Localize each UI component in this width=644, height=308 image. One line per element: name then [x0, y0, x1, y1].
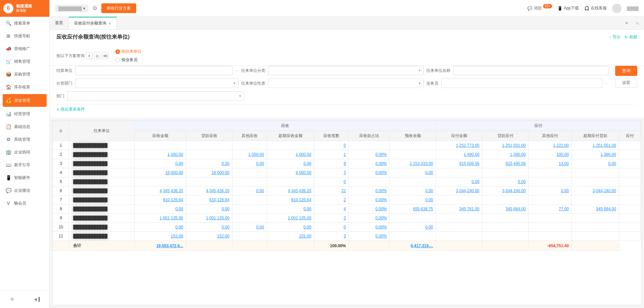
collapse-btn[interactable]: ∧ 收起更多条件	[56, 106, 85, 112]
laiwei-fenlei-select[interactable]: ▾	[268, 66, 423, 75]
row-yingshou-3[interactable]: 4,345,436.20	[267, 186, 314, 195]
sidebar-item-hardware[interactable]: 📱智能硬件	[0, 171, 49, 184]
sidebar-settings-btn[interactable]: ⚙	[6, 293, 18, 305]
row-yingshou-1[interactable]: 0.00	[186, 159, 232, 168]
row-yingshou-0[interactable]: 0.00	[135, 223, 186, 232]
row-yingshou-4[interactable]: 3	[314, 232, 349, 241]
row-yingfu-3[interactable]: 0.00	[572, 159, 619, 168]
row-yingshou-4[interactable]: 0	[314, 141, 349, 150]
row-yingshou-2[interactable]: 1,000.00	[232, 150, 267, 159]
row-yingshou-3[interactable]: 810,126.64	[267, 195, 314, 205]
jiesuan-more-btn[interactable]: ···	[235, 68, 238, 73]
scheme-by-partner[interactable]: ● 按往来单位	[113, 47, 144, 56]
row-yingfu-1[interactable]: 345,684.00	[482, 205, 529, 214]
row-yingfu-1[interactable]: 1,390.00	[482, 150, 529, 159]
messages-btn[interactable]: 💬 消息 99+	[527, 5, 552, 11]
row-yingshou-4[interactable]: 22	[314, 186, 349, 195]
row-yingshou-6[interactable]: 0.00	[390, 186, 436, 195]
query-btn[interactable]: 查询	[615, 66, 637, 76]
sidebar-item-purchase[interactable]: 📦采购管理	[0, 68, 49, 81]
row-yingshou-5[interactable]: 0.00%	[349, 205, 390, 214]
sidebar-item-inventory[interactable]: 🏠库存核算	[0, 81, 49, 93]
sidebar-item-wechat[interactable]: 💬企业微信	[0, 184, 49, 197]
sidebar-item-corp[interactable]: 🏢企业协同	[0, 146, 49, 159]
row-yingfu-0[interactable]: 0.00	[436, 177, 482, 186]
row-yingshou-5[interactable]: 0.00%	[349, 168, 390, 177]
row-yingfu-0[interactable]: 345,761.00	[436, 205, 482, 214]
row-yingshou-5[interactable]: 0.00%	[349, 150, 390, 159]
sidebar-item-search[interactable]: 🔍搜索菜单	[0, 17, 49, 30]
row-yingfu-3[interactable]: 3,044,240.00	[572, 186, 619, 195]
row-yingshou-5[interactable]: 0.00%	[349, 232, 390, 241]
sidebar-item-finance[interactable]: 💰资金管理	[3, 94, 47, 107]
export-btn[interactable]: ↑ 导出	[609, 34, 621, 40]
scheme-add-btn[interactable]: +	[86, 52, 93, 59]
row-yingfu-2[interactable]: 13.00	[529, 159, 572, 168]
sidebar-item-system[interactable]: ⚙系统管理	[0, 133, 49, 146]
laiwei-name-input[interactable]	[453, 66, 608, 75]
sidebar-item-quick[interactable]: ⊞快捷导航	[0, 30, 49, 42]
row-yingshou-3[interactable]: 101.00	[267, 232, 314, 241]
tab-home[interactable]: 首页	[50, 17, 69, 29]
online-service-btn[interactable]: 🎧 在线客服	[584, 5, 607, 11]
row-yingshou-5[interactable]: 0.00%	[349, 159, 390, 168]
sidebar-item-marketing[interactable]: 📣营销推广	[0, 42, 49, 55]
row-yingshou-6[interactable]: 0.00	[390, 223, 436, 232]
sidebar-item-basic[interactable]: 📋基础信息	[0, 120, 49, 133]
row-yingshou-1[interactable]: 0.00	[186, 223, 232, 232]
row-yingshou-4[interactable]: 3	[314, 168, 349, 177]
row-yingshou-0[interactable]: 0.00	[135, 159, 186, 168]
row-yingfu-0[interactable]: 1,252,773.00	[436, 141, 482, 150]
row-yingfu-2[interactable]: 1,222.00	[529, 141, 572, 150]
row-yingshou-0[interactable]: 0.00	[135, 205, 186, 214]
footer-yingfu-yue[interactable]: 6,417,215....	[390, 241, 436, 251]
row-yingshou-0[interactable]: 152.00	[135, 232, 186, 241]
row-yingfu-2[interactable]: 77.00	[529, 205, 572, 214]
jiesuan-input[interactable]	[75, 66, 232, 75]
sidebar-item-mgmt[interactable]: 📊经营管理	[0, 107, 49, 120]
row-yingshou-0[interactable]: 810,126.64	[135, 195, 186, 205]
tab-close-btn[interactable]: ×	[108, 21, 111, 26]
row-yingshou-4[interactable]: 4	[314, 205, 349, 214]
table-gear-icon[interactable]: ⚙	[59, 129, 63, 133]
row-yingshou-3[interactable]: 1,001,135.00	[267, 214, 314, 223]
row-yingshou-1[interactable]: 1,001,135.00	[186, 214, 232, 223]
row-yingshou-3[interactable]: 0.00	[267, 159, 314, 168]
row-yingshou-3[interactable]: 9,000.00	[267, 168, 314, 177]
row-yingshou-4[interactable]: 1	[314, 150, 349, 159]
row-yingfu-0[interactable]: 3,044,240.00	[436, 186, 482, 195]
row-yingshou-4[interactable]: 3	[314, 214, 349, 223]
row-yingfu-2[interactable]: 0.00	[529, 186, 572, 195]
row-yingshou-1[interactable]: 4,345,436.20	[186, 186, 232, 195]
promo-btn[interactable]: 体验行业方案	[101, 3, 136, 13]
tab-ar-ap[interactable]: 应收应付余额查询 ×	[69, 17, 117, 29]
refresh-btn[interactable]: ↻ 刷新	[625, 34, 637, 40]
fenguan-select[interactable]: ▾	[75, 79, 238, 88]
row-yingfu-1[interactable]: 1,251,551.00	[482, 141, 529, 150]
row-yingshou-1[interactable]: 152.00	[186, 232, 232, 241]
row-yingshou-4[interactable]: 2	[314, 195, 349, 205]
row-yingshou-0[interactable]: 1,000.00	[135, 150, 186, 159]
yewuyuan-input[interactable]	[441, 79, 602, 88]
tab-expand-btn[interactable]: ⤡	[633, 19, 641, 27]
scheme-settings-btn[interactable]: ◎	[94, 52, 101, 59]
app-download-btn[interactable]: 📱 App下载	[557, 5, 579, 11]
row-yingshou-1[interactable]: 18,000.00	[186, 168, 232, 177]
user-avatar[interactable]	[612, 4, 622, 13]
xingzhi-select[interactable]: ▾	[268, 79, 423, 88]
row-yingfu-0[interactable]: 915,508.56	[436, 159, 482, 168]
row-yingfu-0[interactable]: 1,490.00	[436, 150, 482, 159]
row-yingfu-3[interactable]: 345,684.00	[572, 205, 619, 214]
row-yingfu-1[interactable]: 0.00	[482, 177, 529, 186]
row-yingfu-2[interactable]: 100.00	[529, 150, 572, 159]
sidebar-item-sales[interactable]: 🛒销售管理	[0, 55, 49, 68]
row-yingshou-5[interactable]: 0.00%	[349, 195, 390, 205]
row-yingshou-4[interactable]: 0	[314, 223, 349, 232]
row-yingshou-4[interactable]: 0	[314, 177, 349, 186]
row-yingshou-3[interactable]: 1,000.00	[267, 150, 314, 159]
row-yingshou-5[interactable]: 0.00%	[349, 186, 390, 195]
row-yingshou-6[interactable]: 0.00	[390, 195, 436, 205]
row-yingshou-6[interactable]: 2,153,333.00	[390, 159, 436, 168]
row-yingshou-2[interactable]: 0.00	[232, 159, 267, 168]
scheme-more-btn[interactable]: ≪	[102, 52, 109, 59]
